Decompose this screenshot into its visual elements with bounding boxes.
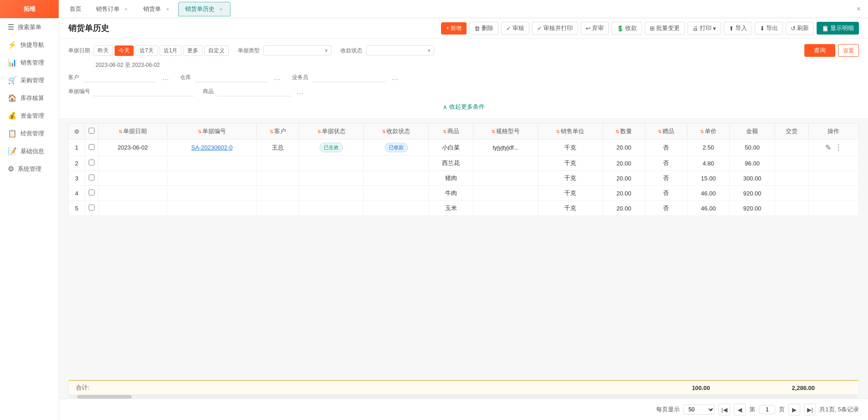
filter-row-2: 客户 … 仓库 … 业务员 …	[68, 73, 859, 82]
abandon-button[interactable]: ↩ 弃审	[581, 22, 609, 35]
prev-page-button[interactable]: ◀	[734, 404, 746, 415]
col-settings[interactable]: ⚙	[69, 124, 85, 140]
warehouse-input[interactable]	[195, 73, 268, 82]
date-btn-7days[interactable]: 近7天	[135, 45, 158, 56]
row-checkbox-cell[interactable]	[85, 201, 99, 216]
col-customer[interactable]: ⇅客户	[257, 124, 299, 140]
row-checkbox-cell[interactable]	[85, 186, 99, 201]
horizontal-scrollbar[interactable]	[68, 395, 859, 399]
edit-icon[interactable]: ✎	[823, 143, 833, 152]
more-icon[interactable]: ⋮	[833, 143, 844, 152]
page-size-select[interactable]: 20 50 100	[683, 405, 715, 415]
col-date[interactable]: ⇅单据日期	[99, 124, 167, 140]
doc-number-link[interactable]: SA-20230602-0	[191, 144, 232, 151]
sidebar-item-quick-nav[interactable]: ⚡ 快捷导航	[0, 36, 59, 54]
new-button[interactable]: + 新增	[441, 22, 467, 35]
page-number-input[interactable]	[759, 405, 775, 414]
col-number[interactable]: ⇅单据编号	[167, 124, 256, 140]
col-product[interactable]: ⇅商品	[428, 124, 473, 140]
col-amount[interactable]: 金额	[729, 124, 775, 140]
query-button[interactable]: 查询	[804, 44, 835, 57]
print-check-icon: ✓	[537, 25, 542, 32]
collect-button[interactable]: 💲 收款	[612, 22, 642, 35]
col-doc-status[interactable]: ⇅单据状态	[299, 124, 364, 140]
row-checkbox[interactable]	[89, 160, 95, 165]
sidebar-item-basic-info[interactable]: 📝 基础信息	[0, 142, 59, 160]
display-note-button[interactable]: 📋 显示明细	[817, 22, 859, 35]
table-settings-icon[interactable]: ⚙	[74, 128, 80, 135]
row-checkbox[interactable]	[89, 205, 95, 210]
filter-group-doc-number: 单据编号	[68, 87, 194, 96]
settings-filter-button[interactable]: 设置	[838, 44, 859, 57]
row-doc-status-cell	[299, 186, 364, 201]
batch-change-button[interactable]: ⊞ 批量变更	[645, 22, 685, 35]
salesperson-dots-button[interactable]: …	[389, 74, 400, 82]
date-btn-today[interactable]: 今天	[115, 45, 134, 56]
row-date-cell	[99, 156, 167, 171]
print-review-button[interactable]: ✓ 审核并打印	[532, 22, 578, 35]
col-checkbox[interactable]	[85, 124, 99, 140]
refresh-button[interactable]: ↺ 刷新	[786, 22, 814, 35]
print-button[interactable]: 🖨 打印 ▾	[687, 22, 721, 35]
row-checkbox-cell[interactable]	[85, 171, 99, 186]
select-all-checkbox[interactable]	[89, 128, 95, 134]
payment-status-select-wrapper	[366, 45, 434, 55]
product-input[interactable]	[217, 87, 291, 96]
date-btn-yesterday[interactable]: 昨天	[94, 45, 113, 56]
date-btn-custom[interactable]: 自定义	[204, 45, 229, 56]
import-button[interactable]: ⬆ 导入	[724, 22, 752, 35]
sidebar-item-sales-mgmt[interactable]: 📊 销售管理	[0, 54, 59, 71]
row-checkbox[interactable]	[89, 144, 95, 150]
col-pay-status[interactable]: ⇅收款状态	[364, 124, 428, 140]
customer-input[interactable]	[83, 73, 156, 82]
last-page-button[interactable]: ▶|	[804, 404, 816, 415]
warehouse-dots-button[interactable]: …	[272, 74, 283, 82]
row-checkbox-cell[interactable]	[85, 156, 99, 171]
col-spec[interactable]: ⇅规格型号	[473, 124, 538, 140]
product-label: 商品	[203, 88, 214, 95]
export-button[interactable]: ⬇ 导出	[755, 22, 783, 35]
col-gift[interactable]: ⇅赠品	[645, 124, 687, 140]
date-btn-more[interactable]: 更多	[183, 45, 202, 56]
doc-type-select[interactable]	[263, 45, 331, 55]
row-product-cell: 牛肉	[428, 186, 473, 201]
tab-close-sales-history[interactable]: ×	[218, 6, 224, 12]
row-checkbox[interactable]	[89, 190, 95, 195]
product-dots-button[interactable]: …	[295, 88, 306, 96]
collapse-button[interactable]: ∧ 收起更多条件	[441, 101, 487, 113]
sidebar-item-system[interactable]: ⚙ 系统管理	[0, 160, 59, 178]
next-page-button[interactable]: ▶	[788, 404, 800, 415]
first-page-button[interactable]: |◀	[718, 404, 730, 415]
date-btn-1month[interactable]: 近1月	[160, 45, 182, 56]
tab-sales-history[interactable]: 销货单历史 ×	[178, 2, 231, 16]
delete-button[interactable]: 🗑 删除	[469, 22, 498, 35]
sidebar-item-finance[interactable]: 💰 资金管理	[0, 107, 59, 125]
row-num-cell: 1	[69, 140, 85, 156]
review-button[interactable]: ✓ 审核	[501, 22, 529, 35]
window-close-button[interactable]: ×	[853, 3, 864, 15]
col-price[interactable]: ⇅单价	[687, 124, 729, 140]
tab-sales-delivery[interactable]: 销货单 ×	[136, 2, 177, 16]
sidebar-item-purchase-mgmt[interactable]: 🛒 采购管理	[0, 71, 59, 89]
sidebar-item-inventory[interactable]: 🏠 库存核算	[0, 89, 59, 107]
col-qty[interactable]: ⇅数量	[602, 124, 645, 140]
col-trade[interactable]: 交货	[775, 124, 808, 140]
sidebar-item-label: 采购管理	[20, 76, 44, 85]
col-unit[interactable]: ⇅销售单位	[538, 124, 602, 140]
tab-sales-order[interactable]: 销售订单 ×	[89, 2, 135, 16]
table-container[interactable]: ⚙ ⇅单据日期 ⇅单据编号 ⇅客户 ⇅单据状态 ⇅收款状态 ⇅商品 ⇅规格型号 …	[59, 123, 868, 380]
doc-number-input[interactable]	[94, 87, 194, 96]
sidebar-item-operations[interactable]: 📋 经营管理	[0, 125, 59, 142]
cart-icon: 🛒	[8, 76, 17, 85]
row-checkbox-cell[interactable]	[85, 140, 99, 156]
tab-home[interactable]: 首页	[63, 2, 88, 16]
customer-dots-button[interactable]: …	[160, 74, 171, 82]
scrollbar-thumb[interactable]	[77, 395, 132, 399]
refresh-icon: ↺	[791, 25, 796, 32]
sidebar-item-search-menu[interactable]: ☰ 搜索菜单	[0, 18, 59, 36]
payment-status-select[interactable]	[366, 45, 434, 55]
tab-close-sales-order[interactable]: ×	[123, 6, 129, 12]
salesperson-input[interactable]	[312, 73, 386, 82]
tab-close-sales-delivery[interactable]: ×	[165, 6, 170, 12]
row-checkbox[interactable]	[89, 175, 95, 180]
